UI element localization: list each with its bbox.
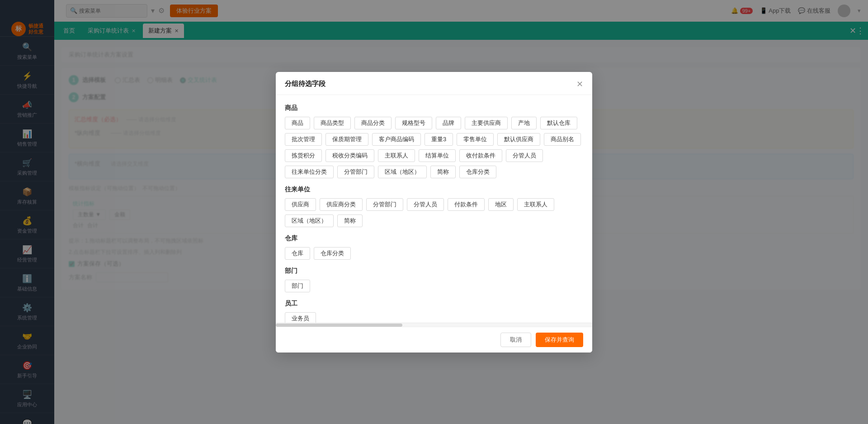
tag-group-1: 供应商供应商分类分管部门分管人员付款条件地区主联系人区域（地区）简称: [285, 198, 583, 227]
tag-item-1-6[interactable]: 主联系人: [517, 198, 554, 211]
section-title-4: 员工: [285, 300, 583, 308]
tag-item-0-1[interactable]: 商品类型: [314, 117, 351, 129]
tag-item-3-0[interactable]: 部门: [285, 280, 310, 292]
modal-footer: 取消 保存并查询: [276, 327, 592, 353]
tag-item-0-18[interactable]: 结算单位: [419, 149, 456, 162]
tag-item-0-2[interactable]: 商品分类: [354, 117, 392, 129]
tag-group-0: 商品商品类型商品分类规格型号品牌主要供应商产地默认仓库批次管理保质期管理客户商品…: [285, 117, 583, 178]
tag-item-1-3[interactable]: 分管人员: [407, 198, 444, 211]
tag-group-2: 仓库仓库分类: [285, 247, 583, 260]
tag-item-1-5[interactable]: 地区: [488, 198, 514, 211]
section-title-2: 仓库: [285, 234, 583, 243]
tag-item-0-7[interactable]: 默认仓库: [540, 117, 577, 129]
section-title-0: 商品: [285, 104, 583, 112]
tag-item-0-16[interactable]: 税收分类编码: [326, 149, 374, 162]
modal-hscroll[interactable]: [276, 323, 592, 326]
tag-item-0-6[interactable]: 产地: [511, 117, 537, 129]
cancel-button[interactable]: 取消: [500, 333, 531, 347]
modal-close-button[interactable]: ✕: [576, 79, 583, 89]
tag-item-1-2[interactable]: 分管部门: [366, 198, 403, 211]
tag-item-4-0[interactable]: 业务员: [285, 312, 316, 323]
tag-item-0-12[interactable]: 零售单位: [457, 133, 494, 146]
tag-item-1-0[interactable]: 供应商: [285, 198, 316, 211]
tag-group-3: 部门: [285, 280, 583, 292]
tag-group-4: 业务员: [285, 312, 583, 323]
tag-item-0-9[interactable]: 保质期管理: [326, 133, 368, 146]
tag-item-1-8[interactable]: 简称: [337, 214, 363, 227]
tag-item-0-0[interactable]: 商品: [285, 117, 310, 129]
tag-item-1-4[interactable]: 付款条件: [448, 198, 485, 211]
tag-item-2-0[interactable]: 仓库: [285, 247, 310, 260]
tag-item-0-14[interactable]: 商品别名: [544, 133, 581, 146]
tag-item-0-25[interactable]: 仓库分类: [459, 166, 496, 178]
tag-item-2-1[interactable]: 仓库分类: [314, 247, 351, 260]
modal-body[interactable]: 商品商品商品类型商品分类规格型号品牌主要供应商产地默认仓库批次管理保质期管理客户…: [276, 95, 592, 323]
tag-item-0-21[interactable]: 往来单位分类: [285, 166, 334, 178]
save-query-button[interactable]: 保存并查询: [536, 333, 583, 347]
tag-item-0-5[interactable]: 主要供应商: [465, 117, 508, 129]
modal-title: 分组待选字段: [285, 80, 326, 88]
tag-item-1-7[interactable]: 区域（地区）: [285, 214, 334, 227]
tag-item-0-15[interactable]: 拣货积分: [285, 149, 322, 162]
tag-item-0-24[interactable]: 简称: [430, 166, 456, 178]
modal: 分组待选字段 ✕ 商品商品商品类型商品分类规格型号品牌主要供应商产地默认仓库批次…: [276, 72, 592, 353]
tag-item-0-13[interactable]: 默认供应商: [497, 133, 540, 146]
tag-item-0-11[interactable]: 重量3: [425, 133, 453, 146]
tag-item-0-23[interactable]: 区域（地区）: [378, 166, 427, 178]
tag-item-0-8[interactable]: 批次管理: [285, 133, 322, 146]
tag-item-0-22[interactable]: 分管部门: [337, 166, 374, 178]
section-title-3: 部门: [285, 267, 583, 275]
tag-item-0-20[interactable]: 分管人员: [506, 149, 543, 162]
tag-item-0-17[interactable]: 主联系人: [378, 149, 415, 162]
tag-item-1-1[interactable]: 供应商分类: [320, 198, 363, 211]
section-title-1: 往来单位: [285, 186, 583, 194]
modal-overlay: 分组待选字段 ✕ 商品商品商品类型商品分类规格型号品牌主要供应商产地默认仓库批次…: [0, 0, 868, 424]
tag-item-0-19[interactable]: 收付款条件: [459, 149, 502, 162]
tag-item-0-10[interactable]: 客户商品编码: [372, 133, 421, 146]
modal-header: 分组待选字段 ✕: [276, 72, 592, 95]
tag-item-0-4[interactable]: 品牌: [436, 117, 461, 129]
tag-item-0-3[interactable]: 规格型号: [395, 117, 432, 129]
